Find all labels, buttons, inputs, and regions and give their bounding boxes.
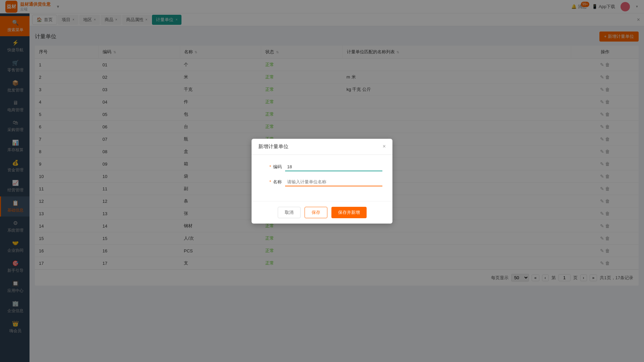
code-label: * 编码 (262, 164, 282, 170)
modal-title: 新增计量单位 (258, 143, 288, 150)
name-input[interactable] (285, 178, 382, 186)
modal-body: * 编码 * 名称 (252, 155, 392, 201)
add-unit-modal: 新增计量单位 × * 编码 * 名称 取消 保存 保存并新增 (252, 139, 392, 224)
modal-footer: 取消 保存 保存并新增 (252, 201, 392, 224)
code-input[interactable] (285, 163, 382, 171)
modal-close-button[interactable]: × (383, 143, 386, 149)
name-required-mark: * (269, 179, 271, 184)
save-button[interactable]: 保存 (305, 207, 327, 218)
save-and-new-button[interactable]: 保存并新增 (331, 207, 367, 218)
name-form-row: * 名称 (262, 178, 382, 186)
name-label: * 名称 (262, 179, 282, 185)
modal-overlay[interactable]: 新增计量单位 × * 编码 * 名称 取消 保存 保存并新增 (0, 0, 644, 362)
code-form-row: * 编码 (262, 163, 382, 171)
modal-header: 新增计量单位 × (252, 139, 392, 155)
code-required-mark: * (269, 164, 271, 169)
cancel-button[interactable]: 取消 (278, 207, 301, 218)
